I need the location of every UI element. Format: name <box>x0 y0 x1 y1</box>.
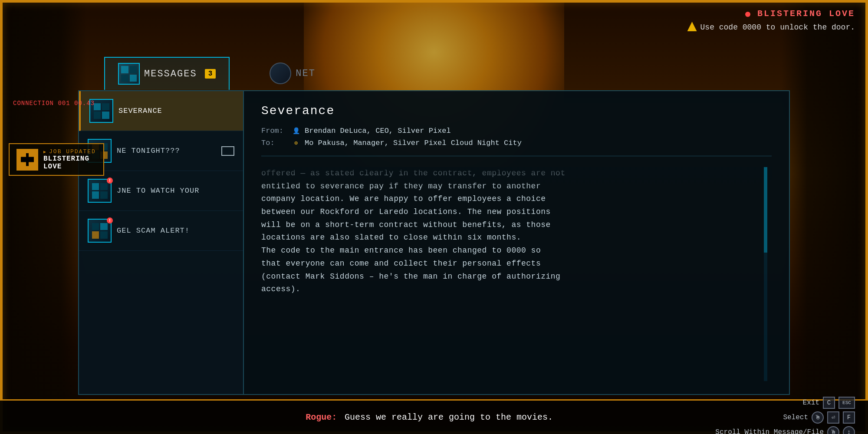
warning-dot-watch-your: ! <box>107 178 113 184</box>
grid-cell-2 <box>130 66 137 73</box>
detail-title: Severance <box>261 104 772 118</box>
tc-gs-3 <box>92 231 99 239</box>
grid-cell-4 <box>130 75 137 82</box>
scroll-indicator[interactable] <box>764 167 767 381</box>
main-content: Messages 3 Net <box>0 52 868 399</box>
tc-wy-1 <box>92 183 99 191</box>
message-title-watch-your: JNE TO WATCH YOUR <box>117 187 234 195</box>
quest-title-text: BLISTERING LOVE <box>757 9 855 19</box>
tc-wy-4 <box>100 191 108 199</box>
tc-4 <box>102 112 109 119</box>
quest-hud: BLISTERING LOVE Use code 0000 to unlock … <box>687 9 855 32</box>
tc-2 <box>102 103 109 111</box>
grid-cell-3 <box>121 75 128 82</box>
message-square-indicator <box>221 146 234 156</box>
subtitle-area: Rogue: Guess we really are going to the … <box>143 412 715 422</box>
tc-gs-2 <box>100 223 108 230</box>
detail-text: offered — as stated clearly in the contr… <box>261 167 772 296</box>
exit-control-row: Exit C ESC <box>803 397 855 409</box>
job-updated-label: JOB UPDATED <box>43 148 96 155</box>
job-text: JOB UPDATED BLISTERING LOVE <box>43 148 96 171</box>
meta-to-row: To: ⊕ Mo Pakusa, Manager, Silver Pixel C… <box>261 138 772 147</box>
person-icon: 👤 <box>292 126 300 135</box>
job-icon <box>16 149 38 171</box>
tc-3 <box>94 112 101 119</box>
net-tab-label: Net <box>296 68 316 79</box>
select-key-3: F <box>843 411 855 424</box>
messages-tab-label: Messages <box>144 69 197 79</box>
exit-key-c: C <box>823 397 835 409</box>
net-tab-icon <box>270 62 291 84</box>
exit-label: Exit <box>803 399 819 407</box>
message-title-severance: Severance <box>118 107 234 115</box>
scroll-thumb <box>764 167 767 253</box>
select-label: Select <box>783 414 808 421</box>
select-control-row: Select 🖱 ⏎ F <box>783 411 855 424</box>
detail-meta: From: 👤 Brendan DeLuca, CEO, Silver Pixe… <box>261 126 772 156</box>
meta-to-value: Mo Pakusa, Manager, Silver Pixel Cloud N… <box>305 139 522 147</box>
message-item-severance[interactable]: Severance <box>79 91 243 131</box>
warning-dot-gel-scam: ! <box>107 217 113 224</box>
thumb-inner-watch-your <box>89 180 111 202</box>
subtitle-speaker: Rogue: <box>306 412 337 422</box>
tc-gs-1 <box>92 223 99 230</box>
tab-messages[interactable]: Messages 3 <box>104 57 230 90</box>
job-icon-inner <box>21 153 34 166</box>
messages-icon-grid <box>121 66 137 82</box>
message-thumb-gel-scam: ! <box>88 219 112 243</box>
tab-net[interactable]: Net <box>256 56 329 90</box>
connection-info: CONNECTION 001 00.43 <box>13 100 95 107</box>
message-title-ne-tonight: NE TONIGHT??? <box>117 147 216 155</box>
exit-key-esc: ESC <box>838 397 855 409</box>
thumb-grid-wy <box>92 183 108 199</box>
content-panel: Severance NE TONIGHT??? <box>78 90 790 395</box>
scroll-label: Scroll Within Message/File <box>715 428 824 434</box>
select-key-1: 🖱 <box>812 411 824 424</box>
signal-dot <box>745 12 750 17</box>
message-list: Severance NE TONIGHT??? <box>79 91 244 394</box>
detail-body[interactable]: offered — as stated clearly in the contr… <box>261 167 772 381</box>
meta-to-label: To: <box>261 139 287 147</box>
thumb-grid-gs <box>92 223 108 239</box>
scroll-control-row: Scroll Within Message/File 🖱 ↕ <box>715 426 855 434</box>
detail-panel: Severance From: 👤 Brendan DeLuca, CEO, S… <box>244 91 789 394</box>
subtitle-text: Guess we really are going to the movies. <box>345 412 553 422</box>
meta-from-label: From: <box>261 127 287 135</box>
tc-wy-3 <box>92 191 99 199</box>
scroll-key-2: ↕ <box>843 426 855 434</box>
thumb-inner-gel-scam <box>89 220 111 242</box>
quest-description: Use code 0000 to unlock the door. <box>700 23 855 32</box>
location-icon: ⊕ <box>292 138 300 147</box>
quest-description-row: Use code 0000 to unlock the door. <box>687 21 855 32</box>
bottom-hud: Rogue: Guess we really are going to the … <box>0 399 868 434</box>
messages-tab-icon <box>118 63 140 85</box>
message-title-gel-scam: GEL SCAM ALERT! <box>117 227 234 235</box>
hud-controls: Exit C ESC Select 🖱 ⏎ F Scroll Within Me… <box>715 397 855 434</box>
job-name: BLISTERING LOVE <box>43 155 96 171</box>
meta-from-row: From: 👤 Brendan DeLuca, CEO, Silver Pixe… <box>261 126 772 135</box>
message-item-watch-your[interactable]: ! JNE TO WATCH YOUR <box>79 171 243 211</box>
select-key-2: ⏎ <box>827 411 839 424</box>
job-update-panel: JOB UPDATED BLISTERING LOVE <box>9 143 104 176</box>
tc-wy-2 <box>100 183 108 191</box>
messages-tab-badge: 3 <box>205 69 216 79</box>
tabs-row: Messages 3 Net <box>78 56 790 90</box>
tc-gs-4 <box>100 231 108 239</box>
scroll-key-1: 🖱 <box>827 426 839 434</box>
meta-from-value: Brendan DeLuca, CEO, Silver Pixel <box>305 127 451 135</box>
grid-cell-1 <box>121 66 128 73</box>
message-item-gel-scam[interactable]: ! GEL SCAM ALERT! <box>79 211 243 251</box>
thumb-grid-severance <box>94 103 109 119</box>
quest-title: BLISTERING LOVE <box>687 9 855 19</box>
quest-icon <box>687 22 697 31</box>
message-thumb-watch-your: ! <box>88 179 112 203</box>
